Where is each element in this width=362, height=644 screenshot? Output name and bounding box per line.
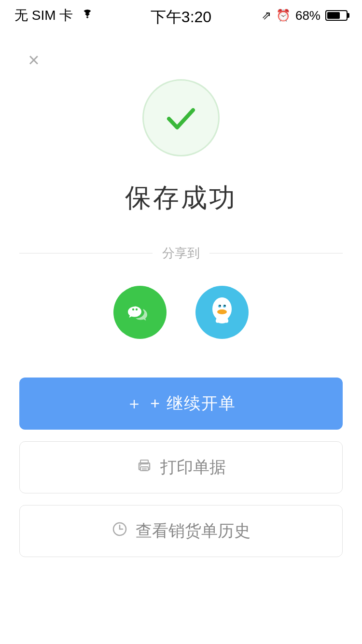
svg-point-9 <box>224 305 226 307</box>
print-icon <box>136 457 153 477</box>
qq-share-button[interactable] <box>195 286 249 339</box>
close-button[interactable]: × <box>19 45 48 74</box>
status-time: 下午3:20 <box>151 7 211 28</box>
divider-line-right <box>209 253 343 253</box>
success-title: 保存成功 <box>125 181 237 216</box>
continue-label: + 继续开单 <box>150 392 236 415</box>
status-right: ⇗ ⏰ 68% <box>262 8 348 23</box>
battery-percent: 68% <box>295 8 320 23</box>
print-label: 打印单据 <box>160 456 226 478</box>
svg-rect-14 <box>140 467 148 471</box>
carrier-label: 无 SIM 卡 <box>14 6 73 25</box>
svg-point-11 <box>216 316 228 323</box>
svg-point-10 <box>217 309 227 314</box>
svg-point-2 <box>136 308 138 310</box>
status-bar: 无 SIM 卡 下午3:20 ⇗ ⏰ 68% <box>0 0 362 31</box>
share-divider: 分享到 <box>19 245 343 262</box>
location-icon: ⇗ <box>262 9 271 22</box>
wechat-share-button[interactable] <box>113 286 167 339</box>
share-label: 分享到 <box>162 245 200 262</box>
divider-line-left <box>19 253 153 253</box>
close-icon: × <box>28 50 39 70</box>
success-icon-circle <box>142 79 220 156</box>
history-label: 查看销货单历史 <box>136 520 251 542</box>
history-button[interactable]: 查看销货单历史 <box>19 505 343 557</box>
wifi-icon <box>79 8 96 24</box>
continue-button[interactable]: ＋ + 继续开单 <box>19 378 343 430</box>
qq-icon <box>208 295 237 329</box>
wechat-icon <box>125 300 155 325</box>
print-button[interactable]: 打印单据 <box>19 441 343 493</box>
svg-point-17 <box>140 464 141 466</box>
history-icon <box>111 521 128 541</box>
svg-point-8 <box>220 305 221 307</box>
share-icons-row <box>113 286 249 339</box>
status-left: 无 SIM 卡 <box>14 6 96 25</box>
battery-icon <box>325 10 348 21</box>
share-section: 分享到 <box>19 245 343 339</box>
action-buttons: ＋ + 继续开单 打印单据 <box>19 378 343 557</box>
checkmark-icon <box>162 98 200 137</box>
alarm-icon: ⏰ <box>276 9 291 22</box>
main-content: × 保存成功 分享到 <box>0 31 362 644</box>
svg-point-1 <box>132 308 134 310</box>
plus-icon: ＋ <box>126 392 142 415</box>
